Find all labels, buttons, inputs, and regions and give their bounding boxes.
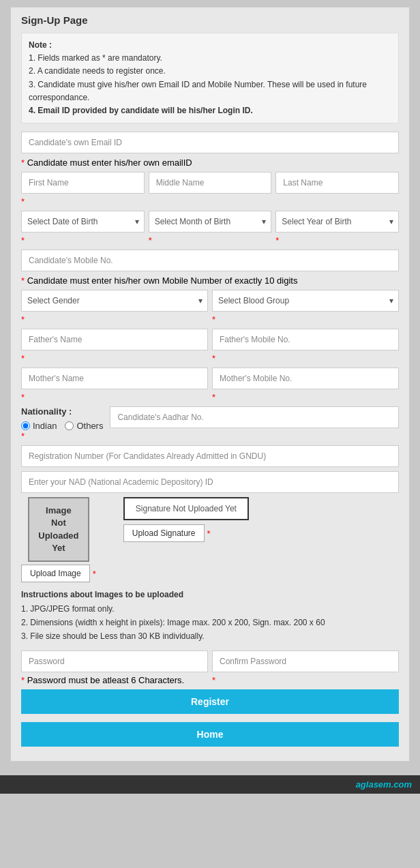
instructions-box: Instructions about Images to be uploaded… [21, 588, 399, 644]
name-required-star: * [21, 196, 25, 207]
mother-row [21, 368, 399, 389]
note-line-1: 1. Fields marked as * are mandatory. [29, 53, 162, 63]
dob-date-select-wrapper: Select Date of Birth [21, 211, 145, 233]
note-label: Note : [29, 40, 52, 50]
register-row: Register [21, 689, 399, 718]
password-row [21, 650, 399, 672]
mobile-input[interactable] [21, 250, 399, 271]
radio-indian-label[interactable]: Indian [21, 421, 57, 431]
registration-input[interactable] [21, 445, 399, 467]
image-upload-box: ImageNotUploadedYet Upload Image * [21, 497, 96, 582]
dob-month-select[interactable]: Select Month of Birth [149, 211, 272, 233]
password-col [21, 650, 208, 672]
signature-upload-box: Signature Not Uploaded Yet Upload Signat… [123, 497, 249, 542]
note-line-2: 2. A candidate needs to register once. [29, 66, 166, 76]
instruction-3: 3. File size should be Less than 30 KB i… [21, 629, 399, 643]
nad-row [21, 471, 399, 493]
mobile-note-row: * Candidate must enter his/her own Mobil… [21, 275, 399, 286]
dob-month-select-wrapper: Select Month of Birth [149, 211, 272, 233]
dob-year-select-wrapper: Select Year of Birth [275, 211, 399, 233]
aadhar-col [110, 406, 399, 428]
radio-others[interactable] [65, 421, 74, 430]
password-input[interactable] [21, 650, 208, 672]
mobile-row [21, 250, 399, 271]
mother-name-col [21, 368, 208, 389]
email-note-text: Candidate must enter his/her own emailID [27, 158, 192, 168]
note-line-4: 4. Email ID provided by candidate will b… [29, 106, 253, 115]
upload-signature-star: * [207, 528, 211, 539]
instruction-2: 2. Dimensions (width x height in pixels)… [21, 616, 399, 629]
radio-indian-text: Indian [33, 421, 57, 431]
image-placeholder: ImageNotUploadedYet [28, 497, 89, 562]
gender-col: Select Gender Male Female Other [21, 290, 208, 312]
blood-group-select[interactable]: Select Blood Group A+A- B+B- O+O- AB+AB- [212, 290, 399, 312]
father-row [21, 329, 399, 350]
dob-star-2: * [149, 235, 272, 245]
radio-others-label[interactable]: Others [65, 421, 103, 431]
footer-text: aglasem.com [356, 779, 412, 790]
email-input[interactable] [21, 132, 399, 153]
name-row [21, 172, 399, 194]
nationality-label: Nationality : [21, 402, 72, 417]
home-button[interactable]: Home [21, 722, 399, 747]
radio-indian[interactable] [21, 421, 30, 430]
mobile-required-star: * [21, 275, 25, 286]
note-line-3: 3. Candidate must give his/her own Email… [29, 80, 367, 102]
mother-mobile-input[interactable] [212, 368, 399, 389]
dob-date-col: Select Date of Birth [21, 211, 145, 233]
email-row [21, 132, 399, 153]
upload-image-star: * [93, 569, 96, 579]
father-mobile-col [212, 329, 399, 350]
home-row: Home [21, 722, 399, 747]
upload-image-button[interactable]: Upload Image [21, 565, 90, 582]
name-star-row: * [21, 196, 399, 207]
dob-date-select[interactable]: Select Date of Birth [21, 211, 145, 233]
dob-stars-row: * * * [21, 235, 399, 245]
confirm-password-star: * [212, 675, 215, 685]
dob-year-col: Select Year of Birth [275, 211, 399, 233]
gender-select[interactable]: Select Gender Male Female Other [21, 290, 208, 312]
note-box: Note : 1. Fields marked as * are mandato… [21, 33, 399, 123]
password-star: * [21, 675, 25, 685]
aadhar-input[interactable] [110, 406, 399, 428]
gender-stars-row: * * [21, 314, 399, 325]
register-button[interactable]: Register [21, 689, 399, 714]
password-note: Password must be atleast 6 Characters. [27, 675, 185, 685]
dob-year-select[interactable]: Select Year of Birth [275, 211, 399, 233]
father-name-input[interactable] [21, 329, 208, 350]
upload-signature-button[interactable]: Upload Signature [123, 524, 205, 542]
father-stars-row: * * [21, 353, 399, 363]
nationality-row: Nationality : Indian Others * [21, 406, 399, 441]
mother-name-input[interactable] [21, 368, 208, 389]
confirm-password-col [212, 650, 399, 672]
middle-name-input[interactable] [149, 172, 272, 194]
nationality-radio-group: Indian Others [21, 417, 103, 431]
image-section: ImageNotUploadedYet Upload Image * Signa… [21, 497, 399, 582]
blood-group-select-wrapper: Select Blood Group A+A- B+B- O+O- AB+AB- [212, 290, 399, 312]
email-note-row: * Candidate must enter his/her own email… [21, 158, 399, 168]
nationality-left: Nationality : Indian Others * [21, 406, 103, 441]
dob-row: Select Date of Birth Select Month of Bir… [21, 211, 399, 233]
nationality-star: * [21, 431, 25, 441]
last-name-input[interactable] [275, 172, 399, 194]
gender-blood-row: Select Gender Male Female Other Select B… [21, 290, 399, 312]
father-name-col [21, 329, 208, 350]
mother-stars-row: * * [21, 392, 399, 402]
first-name-input[interactable] [21, 172, 145, 194]
instructions-title: Instructions about Images to be uploaded [21, 588, 399, 601]
first-name-col [21, 172, 145, 194]
password-stars-row: * Password must be atleast 6 Characters.… [21, 675, 399, 685]
gender-select-wrapper: Select Gender Male Female Other [21, 290, 208, 312]
footer-bar: aglasem.com [0, 775, 420, 794]
confirm-password-input[interactable] [212, 650, 399, 672]
instruction-1: 1. JPG/JPEG format only. [21, 602, 399, 616]
dob-month-col: Select Month of Birth [149, 211, 272, 233]
page-title: Sign-Up Page [21, 14, 399, 26]
middle-name-col [149, 172, 272, 194]
nad-input[interactable] [21, 471, 399, 493]
mother-mobile-col [212, 368, 399, 389]
signature-placeholder: Signature Not Uploaded Yet [123, 497, 249, 520]
registration-row [21, 445, 399, 467]
father-mobile-input[interactable] [212, 329, 399, 350]
mobile-note-text: Candidate must enter his/her own Mobile … [27, 275, 298, 286]
